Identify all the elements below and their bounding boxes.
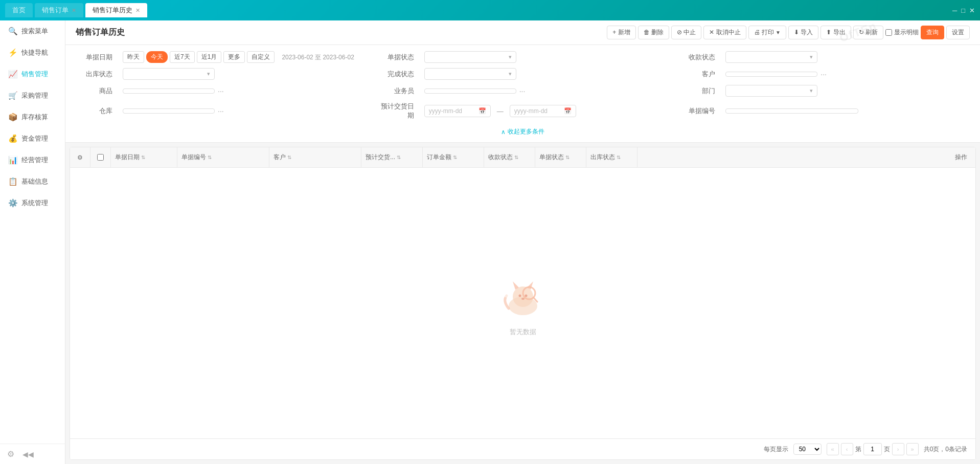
ship-status-label: 出库状态 bbox=[76, 70, 112, 79]
th-check[interactable] bbox=[90, 147, 111, 167]
date-custom[interactable]: 自定义 bbox=[247, 51, 275, 63]
export-button[interactable]: ⬆ 导出 bbox=[821, 26, 851, 39]
customer-input[interactable] bbox=[725, 72, 817, 77]
receipt-status-field: ▾ bbox=[725, 51, 970, 63]
refresh-button[interactable]: ↻ 刷新 bbox=[853, 26, 883, 39]
select-all-checkbox[interactable] bbox=[97, 154, 104, 161]
order-number-input[interactable] bbox=[725, 108, 858, 114]
query-label: 查询 bbox=[926, 28, 939, 37]
system-icon: ⚙️ bbox=[8, 198, 17, 208]
add-label: + 新增 bbox=[612, 28, 630, 37]
tab-sales-history[interactable]: 销售订单历史 ✕ bbox=[85, 3, 147, 17]
close-btn[interactable]: ✕ bbox=[969, 7, 975, 14]
last-page-btn[interactable]: » bbox=[906, 443, 919, 455]
th-receipt-label: 收款状态 bbox=[488, 153, 513, 162]
inventory-icon: 📦 bbox=[8, 113, 17, 122]
th-ship[interactable]: 出库状态 ⇅ bbox=[586, 147, 637, 167]
date-separator: — bbox=[497, 107, 504, 115]
maximize-btn[interactable]: □ bbox=[961, 7, 965, 14]
add-button[interactable]: + 新增 bbox=[607, 26, 635, 39]
tab-sales-order-close[interactable]: ✕ bbox=[72, 7, 76, 14]
page-size-select[interactable]: 50 10 20 100 bbox=[793, 444, 822, 455]
th-number[interactable]: 单据编号 ⇅ bbox=[177, 147, 269, 167]
th-settings[interactable]: ⚙ bbox=[70, 147, 90, 167]
date-7days[interactable]: 近7天 bbox=[170, 51, 195, 63]
delivery-date-from[interactable]: yyyy-mm-dd 📅 bbox=[424, 105, 491, 117]
display-toggle: 显示明细 bbox=[885, 28, 919, 37]
th-customer[interactable]: 客户 ⇅ bbox=[269, 147, 361, 167]
sort-date-icon: ⇅ bbox=[141, 154, 145, 160]
sidebar-item-operations[interactable]: 📊 经营管理 bbox=[0, 149, 65, 171]
salesperson-field: ··· bbox=[424, 87, 669, 95]
receipt-status-arrow-icon: ▾ bbox=[810, 54, 813, 60]
customer-more-btn[interactable]: ··· bbox=[821, 70, 827, 78]
sales-icon: 📈 bbox=[8, 70, 17, 79]
content-area: 销售订单历史 + 新增 🗑 删除 ⊘ 中止 ✕ 取消中止 🖨 打印 ▼ bbox=[65, 20, 980, 464]
sidebar-collapse-icon[interactable]: ◀◀ bbox=[22, 450, 34, 458]
query-button[interactable]: 查询 bbox=[921, 26, 944, 39]
sidebar-item-basic-info[interactable]: 📋 基础信息 bbox=[0, 171, 65, 192]
th-amount[interactable]: 订单金额 ⇅ bbox=[423, 147, 484, 167]
tab-sales-order[interactable]: 销售订单 ✕ bbox=[35, 3, 83, 17]
sidebar-item-system[interactable]: ⚙️ 系统管理 bbox=[0, 192, 65, 214]
date-today[interactable]: 今天 bbox=[146, 51, 168, 63]
first-page-btn[interactable]: « bbox=[827, 443, 839, 455]
sidebar-item-search-menu[interactable]: 🔍 搜索菜单 bbox=[0, 20, 65, 42]
complete-status-select[interactable]: ▾ bbox=[424, 68, 516, 80]
th-date[interactable]: 单据日期 ⇅ bbox=[111, 147, 177, 167]
stop-button[interactable]: ⊘ 中止 bbox=[671, 26, 701, 39]
th-delivery[interactable]: 预计交货... ⇅ bbox=[361, 147, 423, 167]
tab-home-label: 首页 bbox=[12, 6, 26, 15]
print-button[interactable]: 🖨 打印 ▼ bbox=[748, 26, 786, 39]
receipt-status-select[interactable]: ▾ bbox=[725, 51, 817, 63]
sidebar-item-inventory-label: 库存核算 bbox=[21, 113, 48, 122]
collapse-label: 收起更多条件 bbox=[508, 127, 544, 136]
cancel-stop-button[interactable]: ✕ 取消中止 bbox=[703, 26, 746, 39]
sidebar-item-quick-nav[interactable]: ⚡ 快捷导航 bbox=[0, 42, 65, 63]
filter-row-1: 单据日期 昨天 今天 近7天 近1月 更多 自定义 2023-06-02 至 2… bbox=[76, 51, 970, 63]
print-label: 🖨 打印 bbox=[754, 28, 774, 37]
delivery-date-to[interactable]: yyyy-mm-dd 📅 bbox=[510, 105, 576, 117]
tab-home[interactable]: 首页 bbox=[5, 3, 33, 17]
delivery-date-from-placeholder: yyyy-mm-dd bbox=[429, 107, 462, 115]
sidebar-item-purchase[interactable]: 🛒 采购管理 bbox=[0, 85, 65, 106]
table-area: ⚙ 单据日期 ⇅ 单据编号 ⇅ 客户 ⇅ 预计交货... bbox=[70, 147, 976, 460]
department-field: ▾ bbox=[725, 85, 970, 97]
import-button[interactable]: ⬇ 导入 bbox=[788, 26, 818, 39]
warehouse-input[interactable] bbox=[123, 108, 215, 114]
th-date-label: 单据日期 bbox=[115, 153, 140, 162]
collapse-btn[interactable]: ∧ 收起更多条件 bbox=[501, 127, 544, 136]
date-label: 单据日期 bbox=[76, 53, 112, 62]
sidebar-item-basic-info-label: 基础信息 bbox=[21, 177, 48, 186]
minimize-btn[interactable]: ─ bbox=[952, 7, 957, 14]
sort-receipt-icon: ⇅ bbox=[514, 154, 518, 160]
prev-page-btn[interactable]: ‹ bbox=[841, 443, 853, 455]
sidebar-item-sales[interactable]: 📈 销售管理 bbox=[0, 63, 65, 85]
display-toggle-checkbox[interactable] bbox=[885, 29, 892, 36]
date-more[interactable]: 更多 bbox=[223, 51, 245, 63]
tab-sales-history-close[interactable]: ✕ bbox=[135, 7, 140, 14]
salesperson-input[interactable] bbox=[424, 89, 516, 94]
page-number-input[interactable] bbox=[863, 443, 882, 455]
delete-button[interactable]: 🗑 删除 bbox=[638, 26, 669, 39]
goods-input[interactable] bbox=[123, 89, 215, 94]
finance-icon: 💰 bbox=[8, 134, 17, 143]
salesperson-more-btn[interactable]: ··· bbox=[519, 87, 526, 95]
settings-button[interactable]: 设置 bbox=[946, 26, 970, 39]
sidebar-item-finance[interactable]: 💰 资金管理 bbox=[0, 128, 65, 149]
warehouse-more-btn[interactable]: ··· bbox=[218, 107, 224, 115]
next-page-btn[interactable]: › bbox=[892, 443, 904, 455]
th-status[interactable]: 单据状态 ⇅ bbox=[535, 147, 586, 167]
goods-more-btn[interactable]: ··· bbox=[218, 87, 224, 95]
th-receipt[interactable]: 收款状态 ⇅ bbox=[484, 147, 535, 167]
ship-status-select[interactable]: ▾ bbox=[123, 68, 215, 80]
sort-delivery-icon: ⇅ bbox=[397, 154, 401, 160]
department-select[interactable]: ▾ bbox=[725, 85, 817, 97]
sort-customer-icon: ⇅ bbox=[287, 154, 291, 160]
sidebar-settings-icon[interactable]: ⚙ bbox=[7, 449, 14, 459]
order-status-select[interactable]: ▾ bbox=[424, 51, 516, 63]
sidebar-item-quick-nav-label: 快捷导航 bbox=[21, 48, 48, 57]
sidebar-item-inventory[interactable]: 📦 库存核算 bbox=[0, 106, 65, 128]
date-yesterday[interactable]: 昨天 bbox=[123, 51, 144, 63]
date-1month[interactable]: 近1月 bbox=[197, 51, 222, 63]
